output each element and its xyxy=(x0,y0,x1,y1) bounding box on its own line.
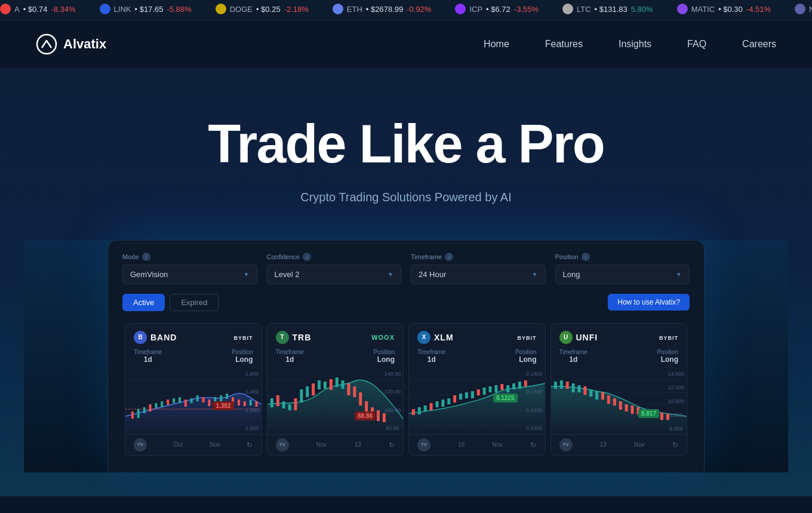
timeframe-value: 1d xyxy=(134,355,162,364)
confidence-info-icon[interactable]: i xyxy=(303,253,311,261)
confidence-label: Confidence xyxy=(267,253,300,260)
svg-rect-57 xyxy=(418,407,421,414)
ticker-price: • $0.74 xyxy=(23,5,48,14)
mode-select[interactable]: GemVision ▼ xyxy=(122,265,257,284)
x-end-xlm: Nov xyxy=(493,441,503,448)
svg-rect-67 xyxy=(477,389,480,395)
ticker-bar: A • $0.74 -8.34% LINK • $17.65 -5.88% DO… xyxy=(0,0,812,20)
coin-icon xyxy=(562,4,573,14)
svg-rect-24 xyxy=(238,400,240,406)
svg-rect-42 xyxy=(329,379,332,390)
coin-icon xyxy=(333,4,343,14)
ticker-price: • $0.25 xyxy=(256,5,281,14)
ticker-price: • $17.65 xyxy=(134,5,163,14)
svg-rect-74 xyxy=(518,382,521,389)
exchange-logo-trb: WOOX xyxy=(371,333,395,342)
x-start-unfi: 13 xyxy=(600,441,607,448)
ticker-name: MATIC xyxy=(691,5,715,14)
hero-subtext: Crypto Trading Solutions Powered by AI xyxy=(24,191,788,204)
x-start-band: Oct xyxy=(174,441,183,448)
svg-rect-35 xyxy=(288,404,291,410)
x-start-trb: Nov xyxy=(316,441,327,448)
svg-rect-88 xyxy=(595,391,598,400)
position-value: Long xyxy=(373,355,395,364)
ticker-item: A • $0.74 -8.34% xyxy=(0,4,76,14)
svg-rect-64 xyxy=(459,394,462,400)
svg-rect-65 xyxy=(465,392,468,398)
nav-link-faq[interactable]: FAQ xyxy=(687,39,706,49)
svg-rect-63 xyxy=(453,395,456,403)
logo-icon xyxy=(36,33,57,55)
timeframe-select[interactable]: 24 Hour ▼ xyxy=(411,265,546,284)
svg-point-0 xyxy=(37,35,56,54)
chevron-down-icon: ▼ xyxy=(387,271,393,278)
y-labels-xlm: 0.1400 0.1300 0.1100 0.1000 xyxy=(526,368,543,434)
coin-badge-xlm: X xyxy=(417,331,430,344)
ticker-item: LTC • $131.83 5.80% xyxy=(562,4,653,14)
mode-control: Mode i GemVision ▼ xyxy=(122,253,257,284)
svg-rect-71 xyxy=(500,384,503,390)
timeframe-value: 1d xyxy=(417,355,445,364)
coin-name-trb: TRB xyxy=(293,333,312,342)
coin-name-xlm: XLM xyxy=(434,333,454,342)
timeframe-label: Timeframe xyxy=(134,349,162,355)
svg-rect-59 xyxy=(430,403,433,410)
price-label-trb: 88.86 xyxy=(355,411,376,420)
ticker-price: • $6.72 xyxy=(486,5,510,14)
trade-card-unfi: U UNFI BYBIT Timeframe 1d Posi xyxy=(550,323,688,456)
svg-rect-32 xyxy=(270,398,273,407)
svg-rect-21 xyxy=(220,395,222,401)
svg-rect-40 xyxy=(318,380,321,389)
svg-rect-47 xyxy=(359,392,362,406)
ticker-name: A xyxy=(14,5,20,14)
x-end-trb: 13 xyxy=(355,441,361,448)
dashboard-preview: Mode i GemVision ▼ Confidence i Level 2 xyxy=(24,240,788,472)
price-label-band: 1.382 xyxy=(213,401,233,410)
tv-logo: TV xyxy=(276,438,289,451)
hero-headline: Trade Like a Pro xyxy=(24,116,788,173)
timeframe-label: Timeframe xyxy=(417,349,445,355)
coin-badge-band: B xyxy=(134,331,147,344)
svg-rect-85 xyxy=(577,385,580,392)
svg-rect-89 xyxy=(601,392,604,400)
coin-icon xyxy=(795,4,805,14)
nav-link-insights[interactable]: Insights xyxy=(619,39,651,49)
how-to-button[interactable]: How to use Alvatix? xyxy=(608,294,690,311)
nav-link-careers[interactable]: Careers xyxy=(742,39,776,49)
svg-rect-61 xyxy=(441,400,444,407)
svg-rect-66 xyxy=(471,391,474,398)
coin-badge-unfi: U xyxy=(559,331,573,344)
chart-svg-band xyxy=(125,368,262,434)
position-value: Long xyxy=(515,355,537,364)
position-select[interactable]: Long ▼ xyxy=(555,265,690,284)
svg-rect-18 xyxy=(202,397,205,403)
logo[interactable]: Alvatix xyxy=(36,33,106,55)
svg-rect-70 xyxy=(494,385,497,392)
mode-info-icon[interactable]: i xyxy=(142,253,150,261)
tv-logo: TV xyxy=(134,438,147,451)
ticker-name: ICP xyxy=(469,5,482,14)
ticker-change: -3.55% xyxy=(514,5,539,14)
coin-icon xyxy=(0,4,11,14)
position-info-icon[interactable]: i xyxy=(582,253,590,261)
svg-rect-37 xyxy=(300,389,303,403)
svg-rect-8 xyxy=(143,407,146,413)
tab-active[interactable]: Active xyxy=(122,294,165,311)
ticker-change: -4.51% xyxy=(746,5,771,14)
nav-link-features[interactable]: Features xyxy=(545,39,583,49)
timeframe-info-icon[interactable]: i xyxy=(445,253,453,261)
coin-name-band: BAND xyxy=(150,333,177,342)
chart-svg-xlm xyxy=(409,368,545,434)
ticker-item: ETH • $2678.99 -0.92% xyxy=(333,4,432,14)
svg-rect-93 xyxy=(625,404,628,411)
tab-expired[interactable]: Expired xyxy=(170,294,219,311)
position-label: Position xyxy=(657,349,678,355)
svg-rect-45 xyxy=(347,383,350,395)
nav-link-home[interactable]: Home xyxy=(484,39,509,49)
x-end-unfi: Nov xyxy=(634,441,645,448)
position-value: Long xyxy=(232,355,253,364)
svg-rect-50 xyxy=(376,410,379,421)
svg-rect-87 xyxy=(589,389,592,397)
svg-rect-36 xyxy=(294,398,297,410)
confidence-select[interactable]: Level 2 ▼ xyxy=(267,265,402,284)
